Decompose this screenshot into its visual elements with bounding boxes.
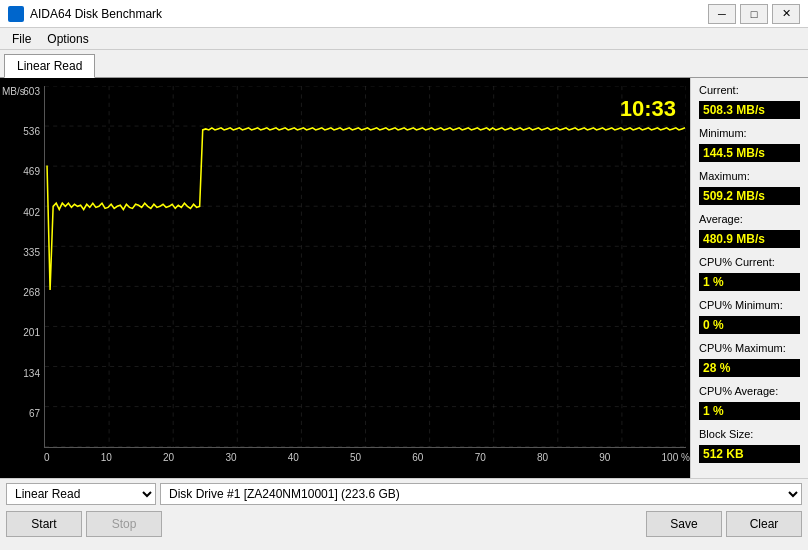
block-size-label: Block Size:	[699, 428, 800, 440]
chart-inner: 10:33	[44, 86, 686, 448]
x-label-20: 20	[163, 452, 174, 463]
test-type-dropdown[interactable]: Linear Read	[6, 483, 156, 505]
x-label-40: 40	[288, 452, 299, 463]
x-label-50: 50	[350, 452, 361, 463]
average-value: 480.9 MB/s	[699, 230, 800, 248]
cpu-current-label: CPU% Current:	[699, 256, 800, 268]
y-axis: 603 536 469 402 335 268 201 134 67	[0, 86, 44, 448]
y-label-335: 335	[23, 247, 40, 258]
stop-button[interactable]: Stop	[86, 511, 162, 537]
x-label-100: 100 %	[662, 452, 690, 463]
cpu-maximum-label: CPU% Maximum:	[699, 342, 800, 354]
cpu-average-value: 1 %	[699, 402, 800, 420]
block-size-value: 512 KB	[699, 445, 800, 463]
minimize-button[interactable]: ─	[708, 4, 736, 24]
average-label: Average:	[699, 213, 800, 225]
x-axis: 0 10 20 30 40 50 60 70 80 90 100 %	[44, 448, 690, 478]
y-label-201: 201	[23, 327, 40, 338]
close-button[interactable]: ✕	[772, 4, 800, 24]
clear-button[interactable]: Clear	[726, 511, 802, 537]
tab-linear-read[interactable]: Linear Read	[4, 54, 95, 78]
cpu-minimum-label: CPU% Minimum:	[699, 299, 800, 311]
start-button[interactable]: Start	[6, 511, 82, 537]
x-label-70: 70	[475, 452, 486, 463]
bottom-buttons: Start Stop Save Clear	[6, 511, 802, 537]
x-label-90: 90	[599, 452, 610, 463]
cpu-average-label: CPU% Average:	[699, 385, 800, 397]
y-label-268: 268	[23, 287, 40, 298]
y-label-67: 67	[29, 408, 40, 419]
x-label-30: 30	[225, 452, 236, 463]
maximize-button[interactable]: □	[740, 4, 768, 24]
window-title: AIDA64 Disk Benchmark	[30, 7, 162, 21]
cpu-minimum-value: 0 %	[699, 316, 800, 334]
maximum-value: 509.2 MB/s	[699, 187, 800, 205]
x-label-60: 60	[412, 452, 423, 463]
drive-dropdown[interactable]: Disk Drive #1 [ZA240NM10001] (223.6 GB)	[160, 483, 802, 505]
title-bar-controls: ─ □ ✕	[708, 4, 800, 24]
title-bar-left: AIDA64 Disk Benchmark	[8, 6, 162, 22]
y-label-536: 536	[23, 126, 40, 137]
x-label-0: 0	[44, 452, 50, 463]
tab-bar: Linear Read	[0, 50, 808, 78]
y-label-402: 402	[23, 207, 40, 218]
y-label-603: 603	[23, 86, 40, 97]
maximum-label: Maximum:	[699, 170, 800, 182]
save-button[interactable]: Save	[646, 511, 722, 537]
cpu-maximum-value: 28 %	[699, 359, 800, 377]
bottom-controls: Linear Read Disk Drive #1 [ZA240NM10001]…	[6, 483, 802, 505]
cpu-current-value: 1 %	[699, 273, 800, 291]
options-menu[interactable]: Options	[39, 30, 96, 48]
app-icon	[8, 6, 24, 22]
sidebar: Current: 508.3 MB/s Minimum: 144.5 MB/s …	[690, 78, 808, 478]
x-label-10: 10	[101, 452, 112, 463]
bottom-bar: Linear Read Disk Drive #1 [ZA240NM10001]…	[0, 478, 808, 541]
main-content: MB/s 603 536 469 402 335 268 201 134 67 …	[0, 78, 808, 478]
current-label: Current:	[699, 84, 800, 96]
chart-svg	[45, 86, 686, 447]
y-label-134: 134	[23, 368, 40, 379]
minimum-value: 144.5 MB/s	[699, 144, 800, 162]
menu-bar: File Options	[0, 28, 808, 50]
file-menu[interactable]: File	[4, 30, 39, 48]
chart-area: MB/s 603 536 469 402 335 268 201 134 67 …	[0, 78, 690, 478]
y-label-469: 469	[23, 166, 40, 177]
current-value: 508.3 MB/s	[699, 101, 800, 119]
x-label-80: 80	[537, 452, 548, 463]
minimum-label: Minimum:	[699, 127, 800, 139]
title-bar: AIDA64 Disk Benchmark ─ □ ✕	[0, 0, 808, 28]
